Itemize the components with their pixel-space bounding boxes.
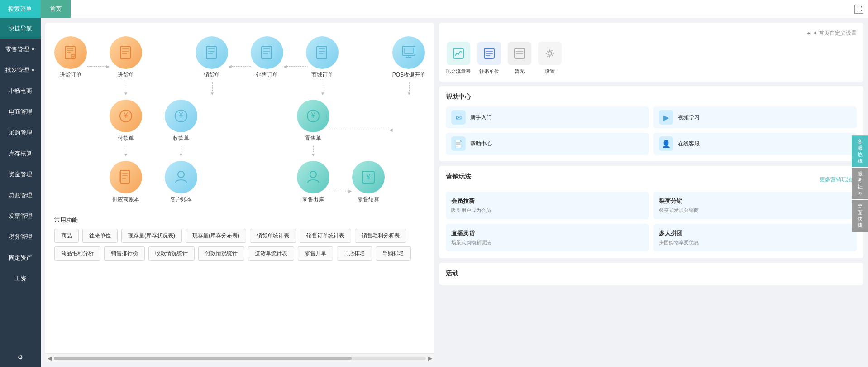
func-btn-goods[interactable]: 商品	[54, 229, 79, 243]
flow-node-mall-order[interactable]: 商城订单	[306, 36, 339, 79]
func-btn-sales-stat[interactable]: 销货单统计表	[250, 229, 296, 243]
svg-point-47	[548, 52, 552, 55]
mall-order-label: 商城订单	[311, 71, 333, 79]
right-panel: ✦ ✦ 首页自定义设置 现金流量表 往来单位	[439, 18, 868, 367]
svg-rect-21	[404, 48, 413, 53]
scroll-track	[54, 357, 426, 360]
sidebar-item-purchase[interactable]: 采购管理	[0, 122, 41, 143]
beginner-label: 新手入门	[470, 114, 492, 121]
purchase-icon	[110, 36, 142, 69]
sidebar-item-quicknav[interactable]: 快捷导航	[0, 18, 41, 39]
top-right: ⛶	[854, 5, 868, 14]
marketing-item-group[interactable]: 多人拼团 拼团购物享受优惠	[653, 224, 857, 251]
svg-point-35	[178, 171, 184, 178]
func-btn-receipt-stat[interactable]: 收款情况统计	[148, 246, 195, 261]
flow-node-sales[interactable]: 销货单	[196, 36, 228, 79]
fullscreen-button[interactable]: ⛶	[854, 5, 863, 14]
help-item-help[interactable]: 📄 帮助中心	[446, 133, 649, 155]
flow-node-payment[interactable]: ¥ 付款单	[110, 100, 142, 142]
sidebar-item-invoice[interactable]: 发票管理	[0, 206, 41, 227]
sales-order-icon	[251, 36, 283, 69]
flow-node-purchase[interactable]: 进货单	[110, 36, 142, 79]
horizontal-scrollbar[interactable]: ◀ ▶	[45, 353, 434, 362]
func-btn-store-rank[interactable]: 门店排名	[337, 246, 372, 261]
func-btn-payment-stat[interactable]: 付款情况统计	[198, 246, 244, 261]
flow-node-receipt[interactable]: ¥ 收款单	[165, 100, 197, 142]
sidebar-item-wholesale[interactable]: 批发管理 ▼	[0, 60, 41, 81]
flow-node-purchase-order[interactable]: 进货订单	[54, 36, 87, 79]
flow-node-retail-out[interactable]: 零售出库	[297, 161, 329, 203]
func-btn-sales-order-stat[interactable]: 销售订单统计表	[300, 229, 351, 243]
qa-item-contacts[interactable]: 往来单位	[477, 42, 501, 75]
func-btn-contacts[interactable]: 往来单位	[82, 229, 118, 243]
sidebar-item-tax[interactable]: 税务管理	[0, 227, 41, 247]
sidebar-item-salary[interactable]: 工资	[0, 268, 41, 289]
flow-node-sales-order[interactable]: 销售订单	[251, 36, 283, 79]
sidebar-item-ecommerce[interactable]: 小畅电商	[0, 81, 41, 101]
content-area: 进货订单 ▶ 进货单	[41, 18, 868, 367]
search-menu-btn[interactable]: 搜索菜单	[0, 0, 41, 18]
svg-text:¥: ¥	[311, 111, 315, 119]
purchase-order-label: 进货订单	[60, 71, 81, 79]
live-title: 直播卖货	[451, 229, 644, 237]
flow-node-retail-bill[interactable]: ¥ 零售单	[297, 100, 329, 142]
marketing-item-fission[interactable]: 裂变分销 裂变式发展分销商	[653, 192, 857, 219]
sidebar-item-assets[interactable]: 固定资产	[0, 247, 41, 268]
float-btn-service[interactable]: 客服热线	[852, 135, 868, 167]
svg-rect-4	[120, 46, 130, 59]
supplier-ledger-icon	[110, 161, 142, 193]
more-marketing-link[interactable]: 更多营销玩法 >	[820, 176, 857, 184]
sidebar-item-inventory[interactable]: 库存核算	[0, 143, 41, 164]
scroll-right-arrow[interactable]: ▶	[428, 355, 432, 362]
help-item-online[interactable]: 👤 在线客服	[653, 133, 857, 155]
scroll-left-arrow[interactable]: ◀	[48, 355, 52, 362]
marketing-title: 营销玩法	[446, 173, 471, 181]
chevron-down-icon: ▼	[31, 68, 35, 73]
sidebar-item-ecom-mgmt[interactable]: 电商管理	[0, 101, 41, 122]
help-icon: 📄	[451, 136, 466, 151]
func-btn-purchase-stat[interactable]: 进货单统计表	[248, 246, 294, 261]
retail-bill-icon: ¥	[297, 100, 329, 132]
sidebar: 快捷导航 零售管理 ▼ 批发管理 ▼ 小畅电商 电商管理 采购管理 库存核算 资…	[0, 18, 41, 367]
flow-node-customer-ledger[interactable]: 客户账本	[165, 161, 197, 203]
func-btn-stock-status[interactable]: 现存量(库存状况表)	[121, 229, 182, 243]
sidebar-item-ledger[interactable]: 总账管理	[0, 185, 41, 206]
workflow-panel: 进货订单 ▶ 进货单	[45, 23, 434, 362]
activity-title: 活动	[446, 270, 857, 278]
func-btn-stock-dist[interactable]: 现存量(库存分布表)	[186, 229, 246, 243]
sidebar-settings-btn[interactable]: ⚙	[0, 348, 41, 367]
sales-order-label: 销售订单	[256, 71, 278, 79]
func-btn-retail-order[interactable]: 零售开单	[298, 246, 333, 261]
customize-label[interactable]: ✦ 首页自定义设置	[813, 29, 857, 37]
func-btn-gross-goods[interactable]: 商品毛利分析	[54, 246, 100, 261]
member-desc: 吸引用户成为会员	[451, 207, 644, 214]
svg-rect-31	[119, 172, 121, 182]
flow-node-retail-settlement[interactable]: ¥ 零售结算	[352, 161, 385, 203]
flow-node-pos[interactable]: POS收银开单	[392, 36, 425, 79]
online-icon: 👤	[659, 136, 673, 151]
func-btn-guide-rank[interactable]: 导购排名	[376, 246, 411, 261]
help-item-beginner[interactable]: ✉ 新手入门	[446, 106, 649, 128]
qa-item-cashflow[interactable]: 现金流量表	[446, 42, 471, 75]
qa-item-none[interactable]: 暂无	[508, 42, 531, 75]
video-label: 视频学习	[678, 114, 700, 121]
marketing-item-member[interactable]: 会员拉新 吸引用户成为会员	[446, 192, 649, 219]
receipt-icon: ¥	[165, 100, 197, 132]
marketing-section: 营销玩法 更多营销玩法 > 会员拉新 吸引用户成为会员 裂变分销 裂变式发展分销…	[439, 166, 863, 258]
tab-home[interactable]: 首页	[41, 0, 71, 18]
group-title: 多人拼团	[659, 229, 851, 237]
sidebar-item-retail[interactable]: 零售管理 ▼	[0, 39, 41, 60]
marketing-item-live[interactable]: 直播卖货 场景式购物新玩法	[446, 224, 649, 251]
sidebar-item-finance[interactable]: 资金管理	[0, 164, 41, 185]
sales-icon	[196, 36, 228, 69]
float-btn-desktop[interactable]: 桌面快捷	[852, 200, 868, 232]
float-btn-community[interactable]: 服务社区	[852, 168, 868, 199]
customer-ledger-icon	[165, 161, 197, 193]
group-desc: 拼团购物享受优惠	[659, 239, 851, 246]
flow-node-supplier-ledger[interactable]: 供应商账本	[110, 161, 142, 203]
func-btn-sales-rank[interactable]: 销售排行榜	[104, 246, 145, 261]
func-btn-gross-sales[interactable]: 销售毛利分析表	[355, 229, 406, 243]
qa-item-settings[interactable]: 设置	[538, 42, 562, 75]
member-title: 会员拉新	[451, 197, 644, 205]
help-item-video[interactable]: ▶ 视频学习	[653, 106, 857, 128]
